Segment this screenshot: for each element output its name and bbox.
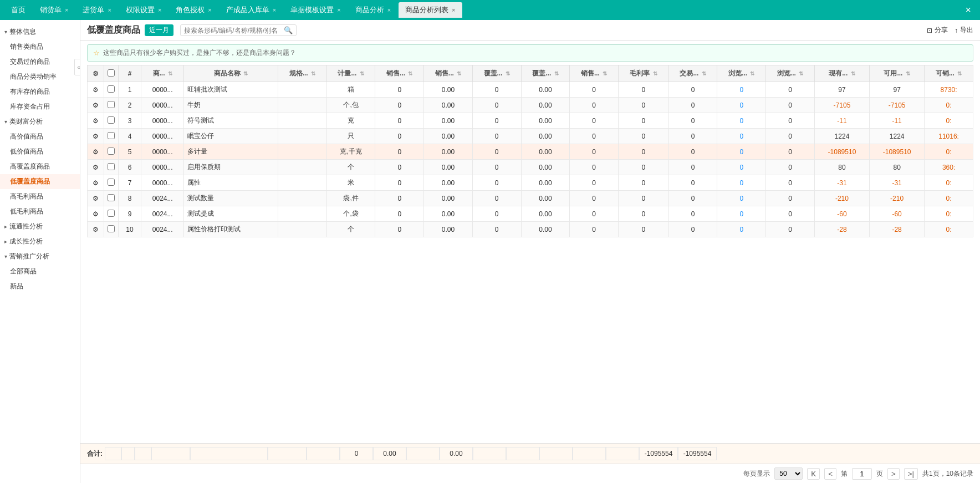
nav-tab-product-in[interactable]: 产成品入库单 × xyxy=(220,2,283,18)
gear-cell[interactable]: ⚙ xyxy=(88,129,104,144)
data-table-container[interactable]: ⚙ # 商... ⇅ 商品名称 ⇅ 规格... ⇅ 计量... ⇅ 销售... … xyxy=(87,65,973,443)
select-all-checkbox[interactable] xyxy=(108,69,115,77)
column-sales-qty[interactable]: 销售... ⇅ xyxy=(375,65,424,82)
row-checkbox[interactable] xyxy=(108,163,115,170)
gear-cell[interactable]: ⚙ xyxy=(88,160,104,175)
row-checkbox[interactable] xyxy=(108,116,115,124)
last-page-button[interactable]: >| xyxy=(904,468,918,480)
sidebar-section-growth[interactable]: ▸ 成长性分析 xyxy=(0,234,80,249)
sidebar-item-with-stock[interactable]: 有库存的商品 xyxy=(0,84,80,99)
close-icon[interactable]: × xyxy=(208,7,211,13)
column-current-stock[interactable]: 现有... ⇅ xyxy=(814,65,869,82)
sidebar-item-all-goods[interactable]: 全部商品 xyxy=(0,264,80,279)
sidebar-item-low-coverage[interactable]: 低覆盖度商品 xyxy=(0,174,80,189)
gear-cell[interactable]: ⚙ xyxy=(88,222,104,237)
row-browse-num[interactable]: 0 xyxy=(717,82,766,98)
column-name[interactable]: 商品名称 ⇅ xyxy=(184,65,278,82)
search-input[interactable] xyxy=(184,27,284,34)
nav-tab-role[interactable]: 角色授权 × xyxy=(169,2,218,18)
sidebar-item-category-rate[interactable]: 商品分类动销率 xyxy=(0,69,80,84)
gear-cell[interactable]: ⚙ xyxy=(88,98,104,113)
share-button[interactable]: ⊡ 分享 xyxy=(927,26,948,35)
close-icon[interactable]: × xyxy=(337,7,340,13)
column-gross-rate[interactable]: 毛利率 ⇅ xyxy=(618,65,668,82)
nav-tab-home[interactable]: 首页 xyxy=(4,2,32,18)
column-gear[interactable]: ⚙ xyxy=(88,65,104,82)
sidebar-section-wealth[interactable]: ▾ 类财富分析 xyxy=(0,114,80,129)
column-spec[interactable]: 规格... ⇅ xyxy=(278,65,327,82)
column-cover-num[interactable]: 覆盖... ⇅ xyxy=(472,65,521,82)
row-checkbox-cell[interactable] xyxy=(104,82,119,98)
column-checkbox[interactable] xyxy=(104,65,119,82)
row-browse-num[interactable]: 0 xyxy=(717,98,766,113)
sidebar-item-new-goods[interactable]: 新品 xyxy=(0,279,80,294)
sidebar-item-high-coverage[interactable]: 高覆盖度商品 xyxy=(0,159,80,174)
column-code[interactable]: 商... ⇅ xyxy=(141,65,184,82)
row-checkbox[interactable] xyxy=(108,225,115,232)
row-checkbox[interactable] xyxy=(108,194,115,201)
row-checkbox-cell[interactable] xyxy=(104,160,119,175)
row-browse-num[interactable]: 0 xyxy=(717,144,766,160)
row-checkbox[interactable] xyxy=(108,148,115,155)
row-checkbox[interactable] xyxy=(108,210,115,217)
gear-cell[interactable]: ⚙ xyxy=(88,175,104,191)
row-checkbox-cell[interactable] xyxy=(104,129,119,144)
close-icon[interactable]: × xyxy=(273,7,276,13)
search-icon[interactable]: 🔍 xyxy=(284,26,293,34)
sidebar-item-high-value[interactable]: 高价值商品 xyxy=(0,129,80,144)
row-checkbox-cell[interactable] xyxy=(104,144,119,160)
row-checkbox[interactable] xyxy=(108,85,115,93)
gear-cell[interactable]: ⚙ xyxy=(88,82,104,98)
row-checkbox-cell[interactable] xyxy=(104,113,119,129)
sidebar-collapse-button[interactable]: « xyxy=(74,59,80,75)
sidebar-item-low-value[interactable]: 低价值商品 xyxy=(0,144,80,159)
row-browse-num[interactable]: 0 xyxy=(717,175,766,191)
row-browse-num[interactable]: 0 xyxy=(717,206,766,222)
nav-tab-permission[interactable]: 权限设置 × xyxy=(119,2,168,18)
nav-tab-purchase[interactable]: 进货单 × xyxy=(76,2,118,18)
row-checkbox[interactable] xyxy=(108,179,115,186)
close-icon[interactable]: × xyxy=(65,7,68,13)
sidebar-item-low-gross[interactable]: 低毛利商品 xyxy=(0,204,80,219)
nav-tab-template[interactable]: 单据模板设置 × xyxy=(284,2,347,18)
sidebar-item-high-gross[interactable]: 高毛利商品 xyxy=(0,189,80,204)
column-trade-num[interactable]: 交易... ⇅ xyxy=(668,65,717,82)
close-icon[interactable]: × xyxy=(452,7,455,13)
close-icon[interactable]: × xyxy=(158,7,161,13)
gear-cell[interactable]: ⚙ xyxy=(88,206,104,222)
column-cover-rate[interactable]: 覆盖... ⇅ xyxy=(521,65,570,82)
gear-cell[interactable]: ⚙ xyxy=(88,191,104,206)
next-page-button[interactable]: > xyxy=(887,468,900,480)
close-all-button[interactable]: × xyxy=(961,4,976,16)
row-checkbox-cell[interactable] xyxy=(104,206,119,222)
nav-tab-goods-analysis[interactable]: 商品分析 × xyxy=(349,2,397,18)
sidebar-section-overall[interactable]: ▾ 整体信息 xyxy=(0,24,80,39)
page-number-input[interactable] xyxy=(852,468,872,480)
page-size-select[interactable]: 2050100 xyxy=(774,467,803,480)
first-page-button[interactable]: K xyxy=(807,468,820,480)
gear-cell[interactable]: ⚙ xyxy=(88,113,104,129)
sidebar-item-traded-goods[interactable]: 交易过的商品 xyxy=(0,54,80,69)
nav-tab-goods-list[interactable]: 商品分析列表 × xyxy=(399,2,462,18)
gear-cell[interactable]: ⚙ xyxy=(88,144,104,160)
row-browse-num[interactable]: 0 xyxy=(717,129,766,144)
row-browse-num[interactable]: 0 xyxy=(717,113,766,129)
sidebar-item-capital[interactable]: 库存资金占用 xyxy=(0,99,80,114)
row-checkbox-cell[interactable] xyxy=(104,222,119,237)
sidebar-item-sales-goods[interactable]: 销售类商品 xyxy=(0,39,80,54)
column-sales-amt[interactable]: 销售... ⇅ xyxy=(424,65,473,82)
column-sales-days[interactable]: 销售... ⇅ xyxy=(570,65,619,82)
row-checkbox-cell[interactable] xyxy=(104,98,119,113)
row-checkbox-cell[interactable] xyxy=(104,175,119,191)
row-checkbox-cell[interactable] xyxy=(104,191,119,206)
column-saleable[interactable]: 可销... ⇅ xyxy=(925,65,973,82)
nav-tab-sales[interactable]: 销货单 × xyxy=(33,2,75,18)
row-browse-num[interactable]: 0 xyxy=(717,191,766,206)
sidebar-section-liquidity[interactable]: ▸ 流通性分析 xyxy=(0,219,80,234)
row-checkbox[interactable] xyxy=(108,101,115,108)
column-available[interactable]: 可用... ⇅ xyxy=(870,65,925,82)
column-browse-rate[interactable]: 浏览... ⇅ xyxy=(766,65,815,82)
close-icon[interactable]: × xyxy=(387,7,391,13)
column-browse-num[interactable]: 浏览... ⇅ xyxy=(717,65,766,82)
row-browse-num[interactable]: 0 xyxy=(717,222,766,237)
